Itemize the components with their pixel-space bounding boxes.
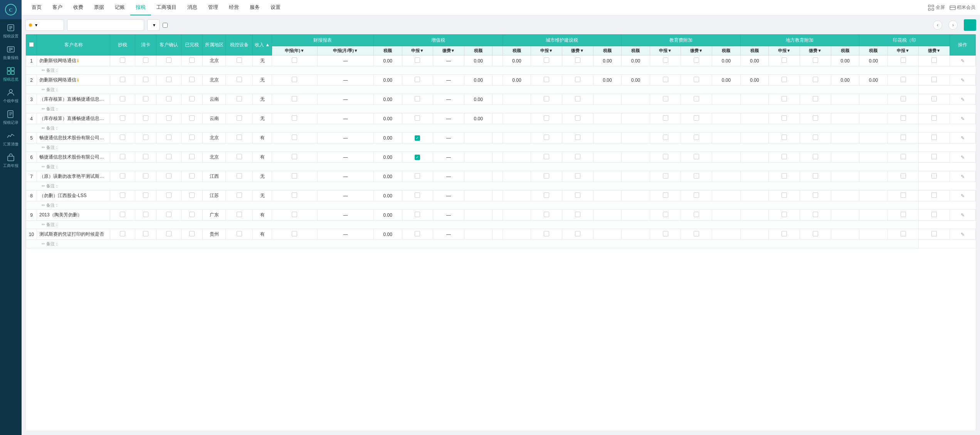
stamp-cell-1[interactable] (888, 113, 919, 124)
vat-declare-cell[interactable] (402, 229, 433, 240)
unchecked-box[interactable] (237, 212, 242, 217)
member-btn[interactable]: 稻米会员 (950, 4, 975, 11)
unchecked-box[interactable] (663, 96, 668, 101)
finance-year-cell[interactable] (272, 75, 318, 86)
unchecked-box[interactable] (694, 212, 699, 217)
mingxia-checkbox[interactable] (163, 23, 168, 28)
unchecked-box[interactable] (292, 77, 297, 82)
unchecked-box[interactable] (237, 135, 242, 140)
local-cell-2[interactable] (800, 152, 831, 163)
sidebar-item-baoshuishezhi[interactable]: 报税设置 (0, 19, 22, 41)
edu-cell-1[interactable] (650, 171, 681, 182)
edu-cell-1[interactable] (650, 210, 681, 221)
vat-declare-cell[interactable] (402, 171, 433, 182)
sidebar-item-piliang[interactable]: 批量报税 (0, 41, 22, 62)
unchecked-box[interactable] (292, 135, 297, 140)
edit-icon[interactable]: ✎ (961, 116, 965, 121)
stamp-cell-1[interactable] (888, 133, 919, 143)
unchecked-box[interactable] (237, 173, 242, 179)
sidebar-item-geshui[interactable]: 个税申报 (0, 84, 22, 106)
checkbox-cell-withdraw[interactable] (135, 210, 156, 221)
sidebar-item-gongshangnian[interactable]: 工商年报 (0, 149, 22, 170)
unchecked-box[interactable] (166, 135, 171, 140)
checkbox-cell-taxtype[interactable] (110, 229, 135, 240)
unchecked-box[interactable] (292, 115, 297, 121)
unchecked-box[interactable] (166, 154, 171, 159)
checkbox-cell-withdraw[interactable] (135, 171, 156, 182)
unchecked-box[interactable] (694, 77, 699, 82)
checkbox-cell-taxtype[interactable] (110, 75, 135, 86)
note-cell[interactable]: ✏备注： (26, 163, 919, 171)
finance-year-cell[interactable] (272, 152, 318, 163)
unchecked-box[interactable] (120, 96, 125, 101)
unchecked-box[interactable] (120, 231, 125, 236)
device-cell[interactable] (226, 75, 253, 86)
stamp-cell-1[interactable] (888, 210, 919, 221)
unchecked-box[interactable] (901, 173, 906, 179)
edu-cell-2[interactable] (681, 152, 712, 163)
local-cell-1[interactable] (769, 171, 800, 182)
checkbox-cell-taxtype[interactable] (110, 94, 135, 105)
unchecked-box[interactable] (813, 135, 818, 140)
unchecked-box[interactable] (575, 135, 580, 140)
edu-cell-1[interactable] (650, 94, 681, 105)
checkbox-cell-taxtype[interactable] (110, 171, 135, 182)
unchecked-box[interactable] (782, 173, 787, 179)
next-month-btn[interactable]: › (948, 20, 958, 30)
city-cell-1[interactable] (531, 171, 562, 182)
device-cell[interactable] (226, 210, 253, 221)
note-cell[interactable]: ✏备注： (26, 182, 919, 191)
unchecked-box[interactable] (189, 231, 195, 236)
nav-piaoju[interactable]: 票据 (89, 0, 109, 15)
unchecked-box[interactable] (415, 77, 420, 82)
nav-shoufei[interactable]: 收费 (68, 0, 89, 15)
local-cell-2[interactable] (800, 113, 831, 124)
finance-year-cell[interactable] (272, 133, 318, 143)
local-cell-1[interactable] (769, 191, 800, 201)
unchecked-box[interactable] (575, 231, 580, 236)
finance-year-cell[interactable] (272, 229, 318, 240)
unchecked-box[interactable] (237, 231, 242, 236)
city-cell-2[interactable] (562, 75, 593, 86)
checkbox-cell-withdraw[interactable] (135, 56, 156, 66)
unchecked-box[interactable] (575, 192, 580, 198)
vat-declare-cell[interactable] (402, 191, 433, 201)
th-edu-pay[interactable]: 缴费▼ (681, 46, 712, 56)
checkbox-cell-confirm[interactable] (156, 94, 182, 105)
unchecked-box[interactable] (143, 115, 148, 121)
checkbox-cell-filed[interactable] (182, 133, 203, 143)
city-cell-2[interactable] (562, 171, 593, 182)
unchecked-box[interactable] (931, 154, 937, 159)
checkbox-cell-confirm[interactable] (156, 133, 182, 143)
prev-month-btn[interactable]: ‹ (933, 20, 942, 30)
note-cell[interactable]: ✏备注： (26, 124, 919, 133)
city-cell-1[interactable] (531, 94, 562, 105)
city-cell-2[interactable] (562, 133, 593, 143)
unchecked-box[interactable] (120, 57, 125, 63)
checkbox-cell-filed[interactable] (182, 94, 203, 105)
company-name[interactable]: 2013（陶美芳勿删） (37, 210, 110, 221)
unchecked-box[interactable] (813, 173, 818, 179)
unchecked-box[interactable] (120, 173, 125, 179)
unchecked-box[interactable] (694, 192, 699, 198)
unchecked-box[interactable] (813, 154, 818, 159)
edit-icon[interactable]: ✎ (961, 97, 965, 102)
device-cell[interactable] (226, 229, 253, 240)
unchecked-box[interactable] (166, 212, 171, 217)
edu-cell-2[interactable] (681, 113, 712, 124)
unchecked-box[interactable] (782, 154, 787, 159)
finance-year-cell[interactable] (272, 94, 318, 105)
unchecked-box[interactable] (120, 77, 125, 82)
company-name[interactable]: 勿删新锐网络通信ℹ (37, 75, 110, 86)
action-cell[interactable]: ✎ (950, 210, 976, 221)
action-cell[interactable]: ✎ (950, 75, 976, 86)
unchecked-box[interactable] (166, 115, 171, 121)
edit-icon[interactable]: ✎ (961, 135, 965, 141)
edit-icon[interactable]: ✎ (961, 232, 965, 237)
unchecked-box[interactable] (544, 77, 549, 82)
checkbox-cell-withdraw[interactable] (135, 94, 156, 105)
city-cell-1[interactable] (531, 229, 562, 240)
stamp-cell-2[interactable] (919, 210, 950, 221)
stamp-cell-1[interactable] (888, 152, 919, 163)
action-cell[interactable]: ✎ (950, 152, 976, 163)
